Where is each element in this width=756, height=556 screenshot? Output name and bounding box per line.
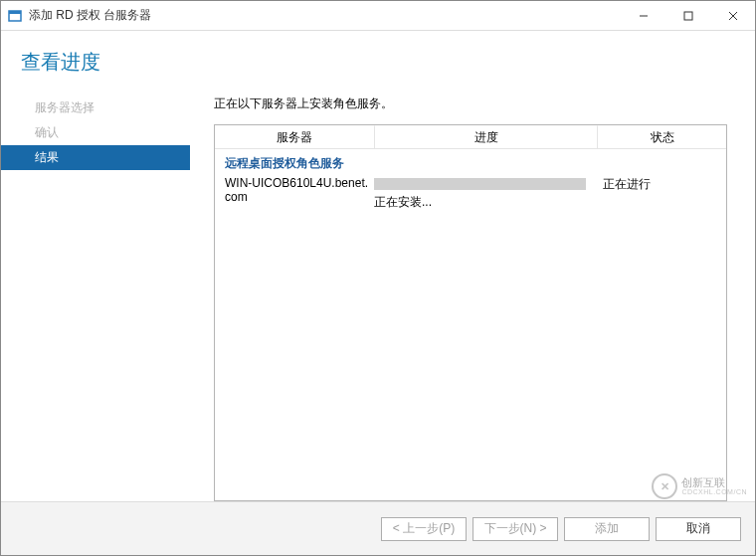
titlebar: 添加 RD 授权 台服务器	[1, 1, 755, 31]
sidebar-item-confirm: 确认	[1, 120, 190, 145]
cancel-button[interactable]: 取消	[656, 517, 741, 541]
window-title: 添加 RD 授权 台服务器	[29, 7, 621, 24]
col-header-server: 服务器	[215, 125, 374, 149]
footer: < 上一步(P) 下一步(N) > 添加 取消	[1, 501, 755, 555]
progress-panel: 服务器 进度 状态 远程桌面授权角色服务 WIN-UICOB610L4U.ben…	[214, 124, 727, 501]
add-button: 添加	[564, 517, 650, 541]
table-header: 服务器 进度 状态	[215, 125, 726, 149]
wizard-window: 添加 RD 授权 台服务器 查看进度 服务器选择 确认 结果 正在以下服务器上安…	[0, 0, 756, 556]
progress-bar	[374, 178, 586, 190]
group-title: 远程桌面授权角色服务	[215, 149, 726, 176]
body: 服务器选择 确认 结果 正在以下服务器上安装角色服务。 服务器 进度 状态 远程…	[1, 88, 755, 501]
next-button: 下一步(N) >	[472, 517, 558, 541]
main-content: 正在以下服务器上安装角色服务。 服务器 进度 状态 远程桌面授权角色服务 WIN…	[190, 88, 755, 501]
maximize-button[interactable]	[665, 1, 710, 30]
table-row: WIN-UICOB610L4U.benet.com 正在安装... 正在进行	[215, 176, 726, 211]
page-title: 查看进度	[21, 49, 755, 76]
sidebar-item-results[interactable]: 结果	[1, 145, 190, 170]
header: 查看进度	[1, 31, 755, 88]
cell-server: WIN-UICOB610L4U.benet.com	[225, 176, 374, 204]
info-text: 正在以下服务器上安装角色服务。	[214, 95, 727, 112]
cell-progress: 正在安装...	[374, 176, 597, 211]
minimize-button[interactable]	[621, 1, 665, 30]
col-header-progress: 进度	[374, 125, 597, 149]
svg-rect-1	[9, 11, 21, 14]
sidebar-item-server-select: 服务器选择	[1, 95, 190, 120]
col-header-status: 状态	[597, 125, 726, 149]
app-icon	[7, 8, 23, 24]
svg-rect-3	[684, 12, 692, 20]
cell-status: 正在进行	[597, 176, 716, 193]
prev-button: < 上一步(P)	[381, 517, 467, 541]
close-button[interactable]	[710, 1, 755, 30]
window-controls	[621, 1, 755, 30]
progress-text: 正在安装...	[374, 194, 597, 211]
sidebar: 服务器选择 确认 结果	[1, 88, 190, 501]
